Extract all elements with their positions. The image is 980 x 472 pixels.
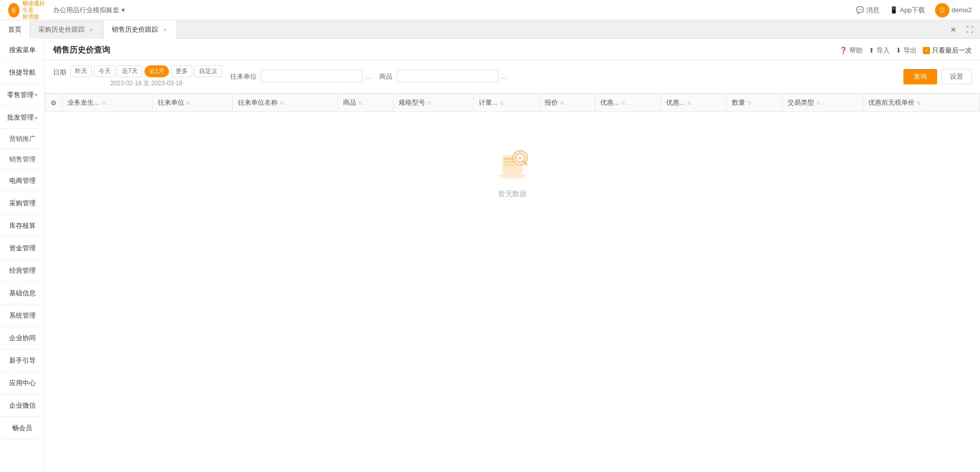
th-quote[interactable]: 报价⇅ [540,94,595,112]
download-icon: 📱 [890,6,898,14]
sidebar-item-member[interactable]: 畅会员 [0,417,44,439]
customer-label: 往来单位 [230,69,257,84]
tab-bar-actions: ✕ ⛶ [947,23,980,36]
help-icon: ❓ [839,46,847,54]
date-range-text: 2023-02-18 至 2023-03-18 [110,79,182,88]
tab-close-sales[interactable]: × [161,26,168,33]
th-biz-date[interactable]: 业务发生...⇅ [62,94,153,112]
sidebar-item-basic-info[interactable]: 基础信息 [0,282,44,304]
chevron-up-icon: ▴ [35,114,37,120]
export-button[interactable]: ⬇ 导出 [896,46,917,55]
date-btn-7days[interactable]: 近7天 [117,65,142,77]
date-filter-group: 日期 昨天 今天 近7天 近1月 更多 自定义 2023-02-18 至 202… [53,65,222,88]
th-spec[interactable]: 规格型号⇅ [393,94,473,112]
sort-icon: ⇅ [500,100,504,106]
empty-illustration [492,143,533,183]
sort-icon: ⇅ [816,100,820,106]
th-discount1[interactable]: 优惠...⇅ [595,94,661,112]
th-settings[interactable]: ⚙ [45,94,62,112]
product-input-group: ... [397,69,507,82]
app-download-button[interactable]: 📱 App下载 [890,6,925,15]
query-action-row: 查询 设置 [903,69,972,84]
sidebar-item-enterprise-wechat[interactable]: 企业微信 [0,394,44,417]
sort-icon: ⇅ [917,100,921,106]
message-button[interactable]: 💬 消息 [856,6,879,15]
svg-point-0 [500,173,525,179]
sidebar-item-guide[interactable]: 新手引导 [0,349,44,372]
maximize-button[interactable]: ⛶ [964,23,976,36]
sidebar-item-wholesale-mgmt[interactable]: 批发管理 ▴ [0,106,44,129]
tab-purchase-history[interactable]: 采购历史价跟踪 × [30,20,104,39]
sidebar-item-ecommerce[interactable]: 电商管理 [0,170,44,192]
sort-icon: ⇅ [280,100,284,106]
date-btn-1month[interactable]: 近1月 [144,65,169,77]
sidebar-item-quick-nav[interactable]: 快捷导航 [0,61,44,84]
sidebar-item-marketing[interactable]: 营销推广 [0,129,44,149]
data-table: ⚙ 业务发生...⇅ 往来单位⇅ 往来单位名称⇅ 商品⇅ [45,93,980,112]
sort-icon: ⇅ [186,100,190,106]
export-icon: ⬇ [896,46,901,54]
sort-icon: ⇅ [621,100,625,106]
logo: 6 畅捷通好生意 标准版 [8,0,49,20]
sidebar-item-system[interactable]: 系统管理 [0,304,44,327]
sort-icon: ⇅ [427,100,431,106]
user-menu[interactable]: D demo2 [935,3,972,17]
header-left: 6 畅捷通好生意 标准版 办公用品行业模拟账套 ▾ [8,0,125,20]
product-input[interactable] [397,69,499,82]
product-dots-button[interactable]: ... [501,72,507,80]
date-button-row: 昨天 今天 近7天 近1月 更多 自定义 [70,65,222,77]
sort-icon: ⇅ [102,100,106,106]
header-right: 💬 消息 📱 App下载 D demo2 [856,3,972,17]
sidebar-item-cooperation[interactable]: 企业协同 [0,327,44,349]
date-btn-yesterday[interactable]: 昨天 [70,65,92,77]
date-btn-custom[interactable]: 自定义 [194,65,222,77]
empty-text: 暂无数据 [498,190,527,199]
date-btn-today[interactable]: 今天 [94,65,115,77]
sort-icon: ⇅ [358,100,362,106]
th-trade-type[interactable]: 交易类型⇅ [782,94,863,112]
tab-home[interactable]: 首页 [0,20,30,39]
main-layout: 搜索菜单 快捷导航 零售管理 ▾ 批发管理 ▴ 营销推广 销售管理 电商管理 采… [0,39,980,472]
date-label: 日期 [53,65,66,80]
th-customer-code[interactable]: 往来单位⇅ [153,94,233,112]
tab-close-purchase[interactable]: × [88,26,95,33]
sidebar-item-operations[interactable]: 经营管理 [0,259,44,282]
content-area: 销售历史价查询 ❓ 帮助 ⬆ 导入 ⬇ 导出 ✓ 只看最后一次 [45,39,980,472]
only-last-checkbox[interactable]: ✓ 只看最后一次 [923,46,972,55]
sidebar-item-purchase[interactable]: 采购管理 [0,192,44,215]
product-filter-group: 商品 ... [379,69,507,84]
sidebar-item-search-menu[interactable]: 搜索菜单 [0,39,44,61]
logo-icon: 6 [8,3,19,17]
settings-button[interactable]: 设置 [941,69,972,84]
th-quantity[interactable]: 数量⇅ [727,94,782,112]
close-tab-button[interactable]: ✕ [947,23,960,36]
sidebar-item-finance[interactable]: 资金管理 [0,237,44,259]
customer-input[interactable] [261,69,363,82]
th-unit[interactable]: 计量...⇅ [473,94,539,112]
page-header: 销售历史价查询 ❓ 帮助 ⬆ 导入 ⬇ 导出 ✓ 只看最后一次 [45,39,980,60]
product-label: 商品 [379,69,393,84]
table-container: ⚙ 业务发生...⇅ 往来单位⇅ 往来单位名称⇅ 商品⇅ [45,93,980,472]
logo-text: 畅捷通好生意 标准版 [22,0,49,20]
help-button[interactable]: ❓ 帮助 [839,46,863,55]
sidebar-item-inventory[interactable]: 库存核算 [0,215,44,237]
filter-area: 日期 昨天 今天 近7天 近1月 更多 自定义 2023-02-18 至 202… [45,60,980,93]
message-icon: 💬 [856,6,864,14]
date-buttons: 昨天 今天 近7天 近1月 更多 自定义 2023-02-18 至 2023-0… [70,65,222,88]
date-btn-more[interactable]: 更多 [171,65,192,77]
tab-sales-history[interactable]: 销售历史价跟踪 × [104,20,177,39]
sidebar-item-app-center[interactable]: 应用中心 [0,372,44,394]
sidebar-item-sales-mgmt[interactable]: 销售管理 [0,149,44,170]
th-pre-tax-price[interactable]: 优惠前无税单价⇅ [863,94,979,112]
empty-state: 暂无数据 [45,112,980,229]
workspace-selector[interactable]: 办公用品行业模拟账套 ▾ [53,6,125,15]
sidebar-item-retail-mgmt[interactable]: 零售管理 ▾ [0,84,44,106]
th-discount2[interactable]: 优惠...⇅ [661,94,727,112]
th-product[interactable]: 商品⇅ [337,94,393,112]
customer-filter-group: 往来单位 ... [230,69,371,84]
import-button[interactable]: ⬆ 导入 [869,46,890,55]
customer-dots-button[interactable]: ... [365,72,371,80]
gear-icon: ⚙ [51,99,57,107]
th-customer-name[interactable]: 往来单位名称⇅ [233,94,337,112]
query-button[interactable]: 查询 [903,69,937,84]
